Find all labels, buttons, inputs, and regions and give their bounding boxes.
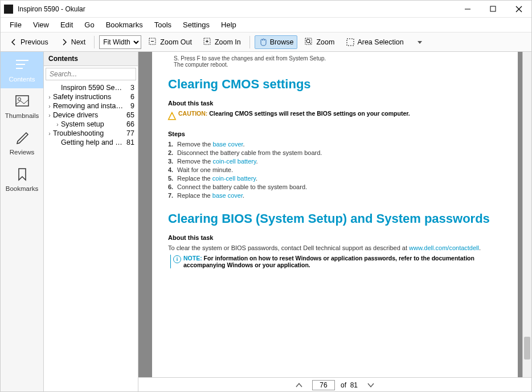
previous-button[interactable]: Previous bbox=[5, 35, 52, 49]
next-label: Next bbox=[71, 38, 86, 46]
doc-link[interactable]: coin-cell battery bbox=[212, 158, 256, 165]
toc-label: Troubleshooting bbox=[53, 129, 123, 137]
step-item: 1.Remove the base cover. bbox=[168, 141, 502, 148]
app-icon bbox=[4, 5, 13, 14]
toc-page: 65 bbox=[123, 111, 136, 119]
doc-link[interactable]: www.dell.com/contactdell bbox=[409, 244, 479, 251]
caution-text: CAUTION: Clearing CMOS settings will res… bbox=[178, 110, 410, 117]
toc-item[interactable]: Getting help and c... 81 bbox=[44, 138, 138, 147]
document-page: S. Press F to save the changes and exit … bbox=[152, 52, 518, 377]
next-button[interactable]: Next bbox=[56, 35, 90, 49]
svg-rect-1 bbox=[490, 6, 496, 11]
menu-tools[interactable]: Tools bbox=[149, 18, 177, 31]
window-controls bbox=[455, 1, 531, 18]
previous-label: Previous bbox=[21, 38, 48, 46]
hand-icon bbox=[259, 38, 268, 47]
step-item: 2.Disconnect the battery cable from the … bbox=[168, 149, 502, 156]
doc-link[interactable]: base cover bbox=[212, 192, 243, 199]
close-button[interactable] bbox=[506, 1, 531, 18]
browse-button[interactable]: Browse bbox=[255, 35, 298, 49]
chevron-right-icon bbox=[60, 38, 69, 47]
doc-line: S. Press F to save the changes and exit … bbox=[174, 55, 502, 62]
contents-search bbox=[46, 68, 136, 80]
bookmarks-icon bbox=[14, 167, 31, 182]
toc-label: Inspiron 5590 Servic... bbox=[61, 84, 123, 92]
info-icon: i bbox=[173, 255, 181, 263]
step-item: 7.Replace the base cover. bbox=[168, 192, 502, 199]
rail-thumbnails[interactable]: Thumbnails bbox=[1, 88, 43, 125]
area-selection-button[interactable]: Area Selection bbox=[342, 35, 407, 49]
document-scroll[interactable]: S. Press F to save the changes and exit … bbox=[138, 52, 531, 377]
zoom-out-button[interactable]: Zoom Out bbox=[145, 35, 196, 49]
note-notice: i NOTE: For information on how to reset … bbox=[170, 255, 502, 268]
toc-label: Getting help and c... bbox=[61, 138, 123, 146]
doc-link[interactable]: base cover bbox=[212, 141, 243, 148]
svg-rect-17 bbox=[16, 96, 28, 106]
svg-rect-12 bbox=[347, 39, 354, 46]
table-of-contents: Inspiron 5590 Servic... 3 › Safety instr… bbox=[44, 82, 138, 392]
svg-point-18 bbox=[18, 98, 21, 101]
caution-label: CAUTION: bbox=[178, 110, 207, 117]
toc-item[interactable]: Inspiron 5590 Servic... 3 bbox=[44, 83, 138, 92]
zoom-tool-button[interactable]: Zoom bbox=[301, 35, 338, 49]
doc-link[interactable]: coin-cell battery bbox=[212, 175, 256, 182]
scrollbar-thumb[interactable] bbox=[524, 337, 530, 360]
doc-paragraph: To clear the system or BIOS passwords, c… bbox=[168, 244, 502, 251]
expand-icon[interactable]: › bbox=[46, 103, 53, 109]
area-selection-dropdown[interactable] bbox=[411, 35, 428, 49]
expand-icon[interactable]: › bbox=[46, 130, 53, 137]
menu-settings[interactable]: Settings bbox=[177, 18, 215, 31]
about-task-label: About this task bbox=[168, 100, 502, 107]
toc-item[interactable]: › Removing and install... 9 bbox=[44, 101, 138, 111]
menu-help[interactable]: Help bbox=[215, 18, 242, 31]
menu-go[interactable]: Go bbox=[79, 18, 100, 31]
expand-icon[interactable]: › bbox=[46, 94, 53, 100]
toc-page: 77 bbox=[123, 129, 136, 137]
caution-icon: △ bbox=[168, 110, 176, 120]
contents-icon bbox=[14, 58, 31, 72]
search-input[interactable] bbox=[46, 68, 136, 80]
menu-bookmarks[interactable]: Bookmarks bbox=[100, 18, 149, 31]
page-of-label: of 81 bbox=[341, 381, 358, 389]
note-label: NOTE: bbox=[183, 255, 202, 262]
page-number-input[interactable] bbox=[312, 380, 335, 390]
browse-label: Browse bbox=[270, 38, 294, 46]
zoom-label: Zoom bbox=[316, 38, 334, 46]
zoom-in-button[interactable]: Zoom In bbox=[199, 35, 245, 49]
maximize-button[interactable] bbox=[480, 1, 506, 18]
rail-contents[interactable]: Contents bbox=[1, 52, 43, 88]
area-selection-label: Area Selection bbox=[357, 38, 403, 46]
expand-icon[interactable]: › bbox=[46, 112, 53, 119]
zoom-in-icon bbox=[203, 38, 212, 47]
toc-label: Safety instructions bbox=[53, 93, 123, 101]
menu-edit[interactable]: Edit bbox=[55, 18, 79, 31]
thumbnails-icon bbox=[14, 94, 31, 109]
step-item: 3.Remove the coin-cell battery. bbox=[168, 158, 502, 165]
window-title: Inspiron 5590 - Okular bbox=[18, 5, 455, 13]
reviews-icon bbox=[14, 130, 31, 145]
doc-text: S. Press F to save the changes and exit … bbox=[174, 55, 502, 68]
expand-icon[interactable]: › bbox=[54, 121, 61, 128]
toc-item[interactable]: › System setup 66 bbox=[44, 120, 138, 129]
page-prev-button[interactable] bbox=[292, 381, 306, 389]
rail-reviews[interactable]: Reviews bbox=[1, 125, 43, 161]
about-task-label: About this task bbox=[168, 234, 502, 241]
menu-view[interactable]: View bbox=[27, 18, 55, 31]
heading-clearing-cmos: Clearing CMOS settings bbox=[168, 77, 502, 92]
toc-item[interactable]: › Troubleshooting 77 bbox=[44, 129, 138, 138]
menu-file[interactable]: File bbox=[4, 18, 27, 31]
step-item: 5.Replace the coin-cell battery. bbox=[168, 175, 502, 182]
toc-label: Removing and install... bbox=[53, 102, 123, 110]
rail-reviews-label: Reviews bbox=[10, 149, 34, 156]
doc-line: The computer reboot. bbox=[174, 62, 502, 68]
toc-label: System setup bbox=[61, 120, 123, 128]
minimize-button[interactable] bbox=[455, 1, 480, 18]
toc-page: 81 bbox=[123, 138, 136, 146]
page-next-button[interactable] bbox=[363, 381, 378, 389]
vertical-scrollbar[interactable] bbox=[522, 52, 531, 377]
toc-item[interactable]: › Safety instructions 6 bbox=[44, 92, 138, 101]
rail-bookmarks[interactable]: Bookmarks bbox=[1, 161, 43, 198]
step-item: 6.Connect the battery cable to the syste… bbox=[168, 183, 502, 190]
toc-item[interactable]: › Device drivers 65 bbox=[44, 111, 138, 120]
zoom-mode-select[interactable]: Fit Width bbox=[99, 35, 141, 49]
